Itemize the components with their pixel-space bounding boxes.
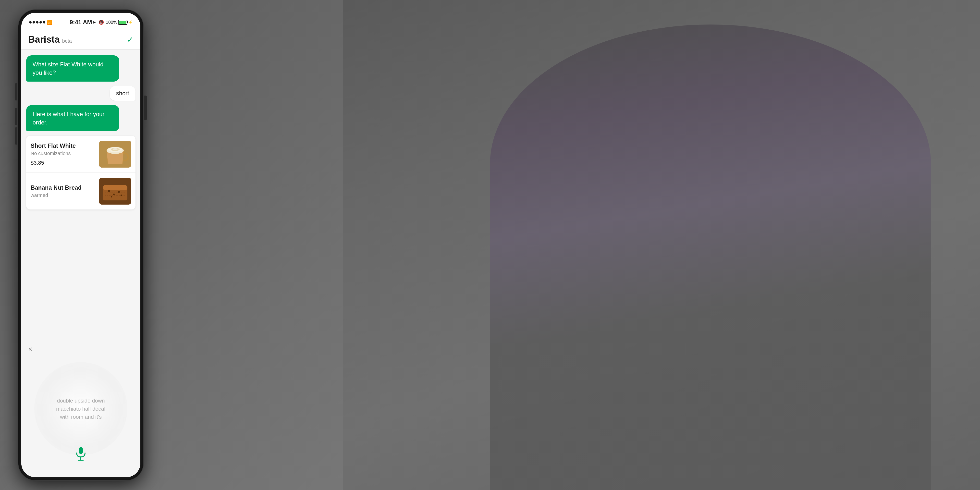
signal-dot-2 bbox=[33, 21, 35, 24]
header-checkmark-icon[interactable]: ✓ bbox=[127, 35, 134, 45]
voice-transcript-text: double upside down macchiato half decaf … bbox=[41, 397, 120, 421]
battery-icon bbox=[118, 20, 127, 25]
status-right: ► 📵 100% ⚡ bbox=[92, 20, 132, 25]
svg-point-4 bbox=[113, 148, 118, 150]
coffee-cup-svg bbox=[99, 141, 131, 167]
phone-wrapper: 📶 9:41 AM ► 📵 100% ⚡ bbox=[15, 5, 147, 485]
chat-area: What size Flat White would you like? sho… bbox=[21, 49, 140, 340]
svg-point-14 bbox=[111, 196, 112, 197]
battery-fill bbox=[119, 21, 126, 24]
order-item-1-info: Short Flat White No customizations $3.85 bbox=[30, 141, 99, 167]
svg-point-11 bbox=[108, 190, 110, 192]
signal-dot-4 bbox=[40, 21, 42, 24]
order-item-1-price: $3.85 bbox=[30, 160, 99, 166]
status-left: 📶 bbox=[29, 20, 52, 25]
signal-dot-1 bbox=[29, 21, 32, 24]
svg-point-12 bbox=[113, 194, 115, 195]
order-item-2-customization: warmed bbox=[30, 192, 99, 198]
svg-rect-7 bbox=[103, 185, 127, 190]
svg-point-13 bbox=[118, 191, 120, 193]
person-silhouette bbox=[490, 24, 931, 490]
svg-rect-16 bbox=[79, 447, 83, 454]
phone-screen: 📶 9:41 AM ► 📵 100% ⚡ bbox=[21, 13, 140, 477]
order-item-1-image bbox=[99, 141, 131, 167]
microphone-icon bbox=[75, 447, 87, 461]
battery-container: 100% ⚡ bbox=[106, 20, 132, 25]
close-button[interactable]: × bbox=[28, 345, 33, 353]
app-header: Barista beta ✓ bbox=[21, 30, 140, 49]
bot-message-1: What size Flat White would you like? bbox=[26, 56, 119, 81]
scene: 📶 9:41 AM ► 📵 100% ⚡ bbox=[0, 0, 980, 490]
status-time: 9:41 AM bbox=[70, 19, 92, 26]
bot-message-2: Here is what I have for your order. bbox=[26, 105, 119, 131]
bluetooth-icon: 📵 bbox=[99, 20, 104, 25]
app-title-group: Barista beta bbox=[28, 34, 72, 45]
bread-image bbox=[99, 178, 131, 205]
voice-waveform: double upside down macchiato half decaf … bbox=[34, 362, 127, 455]
mic-button[interactable] bbox=[72, 445, 89, 463]
status-bar: 📶 9:41 AM ► 📵 100% ⚡ bbox=[21, 13, 140, 30]
charging-icon: ⚡ bbox=[128, 20, 132, 24]
signal-dot-5 bbox=[43, 21, 45, 24]
svg-point-15 bbox=[121, 194, 122, 196]
order-item-2-image bbox=[99, 178, 131, 205]
order-item-2-info: Banana Nut Bread warmed bbox=[30, 178, 99, 205]
order-item-1-customization: No customizations bbox=[30, 151, 99, 156]
order-card: Short Flat White No customizations $3.85 bbox=[26, 136, 135, 210]
location-arrow-icon: ► bbox=[92, 20, 97, 24]
voice-area: × double upside down macchiato half deca… bbox=[21, 340, 140, 477]
order-item-2-name: Banana Nut Bread bbox=[30, 184, 99, 191]
signal-dots bbox=[29, 21, 45, 24]
coffee-image bbox=[99, 141, 131, 167]
phone-device: 📶 9:41 AM ► 📵 100% ⚡ bbox=[18, 10, 143, 480]
order-item-1: Short Flat White No customizations $3.85 bbox=[26, 136, 135, 173]
order-item-1-name: Short Flat White bbox=[30, 142, 99, 149]
app-title: Barista bbox=[28, 34, 60, 45]
order-item-2: Banana Nut Bread warmed bbox=[26, 173, 135, 210]
signal-dot-3 bbox=[36, 21, 38, 24]
wifi-icon: 📶 bbox=[47, 20, 52, 25]
app-beta-label: beta bbox=[62, 38, 72, 44]
battery-percent: 100% bbox=[106, 20, 117, 25]
bread-svg bbox=[99, 178, 131, 205]
user-message-1: short bbox=[110, 86, 135, 101]
